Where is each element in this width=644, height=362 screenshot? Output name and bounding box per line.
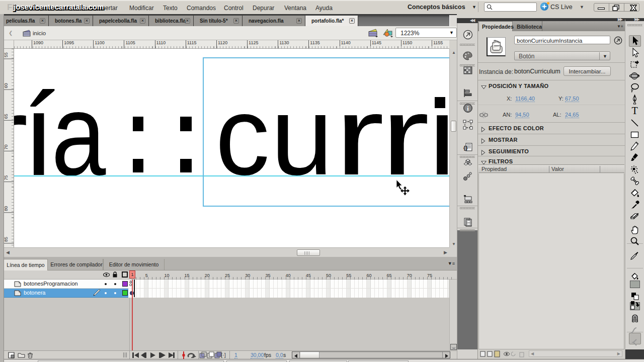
svg-text:70: 70 xyxy=(4,144,9,149)
svg-text:75: 75 xyxy=(4,175,9,180)
svg-text:65: 65 xyxy=(4,114,9,119)
svg-text:85: 85 xyxy=(4,237,9,242)
svg-text:80: 80 xyxy=(4,206,9,211)
svg-text:T: T xyxy=(631,106,637,116)
svg-text:55: 55 xyxy=(4,52,9,57)
svg-text:60: 60 xyxy=(4,83,9,88)
svg-text:{}: {} xyxy=(463,145,468,151)
